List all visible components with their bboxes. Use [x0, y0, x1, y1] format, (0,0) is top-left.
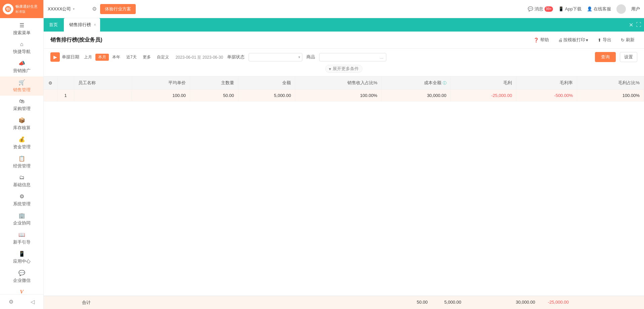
setting-button[interactable]: 设置: [620, 52, 637, 62]
col-settings[interactable]: ⚙: [44, 76, 57, 90]
tabbar-right: ✕ ⛶: [629, 22, 644, 28]
settings-bottom-icon[interactable]: ⚙: [6, 297, 16, 306]
sidebar-item-label: 企业微信: [13, 277, 31, 284]
tab-home[interactable]: 首页: [44, 18, 63, 32]
col-gross-rate: 毛利率: [516, 76, 577, 90]
tab-close-icon[interactable]: ×: [94, 22, 96, 27]
tab-sales-rank[interactable]: 销售排行榜 ×: [64, 18, 100, 32]
help-btn[interactable]: ❓ 帮助: [531, 36, 552, 44]
table-row: 1 100.00 50.00 5,000.00 100.00% 30,000.0…: [44, 90, 644, 102]
sidebar-item-sales[interactable]: 🛒 销售管理: [0, 76, 43, 96]
sales-icon: 🛒: [18, 79, 25, 86]
expand-more-conditions-btn[interactable]: ▾ 展开更多条件: [325, 65, 362, 73]
status-select-wrap: [249, 53, 302, 61]
expand-row: ▾ 展开更多条件: [50, 65, 637, 73]
refresh-icon: ↻: [621, 38, 625, 43]
sidebar-item-enterprise[interactable]: 🏢 企业协同: [0, 210, 43, 229]
appcenter-icon: 📱: [18, 251, 25, 257]
online-service-btn[interactable]: 👤 在线客服: [587, 6, 611, 12]
footer-gross-pct-cell: [606, 300, 640, 306]
sidebar-nav: ☰ 搜索菜单 ⌂ 快捷导航 📣 营销推广 🛒 销售管理 🛍 采购管理 📦 库存核…: [0, 18, 43, 294]
help-icon: ❓: [533, 38, 539, 43]
sidebar-item-system[interactable]: ⚙ 系统管理: [0, 191, 43, 210]
footer-sales-pct-cell: [465, 300, 502, 306]
app-download-btn[interactable]: 📱 App下载: [558, 6, 582, 12]
sidebar-item-label: 企业协同: [13, 220, 31, 226]
date-tab-last-month[interactable]: 上月: [81, 54, 95, 61]
table-header-row: ⚙ 员工名称 平均单价 主数量 全额 销售收入占比% 成本全额 ⓘ 毛利 毛利率…: [44, 76, 644, 90]
company-selector[interactable]: XXXXX公司 ▾: [48, 6, 88, 12]
expand-label: 展开更多条件: [333, 66, 359, 72]
export-btn[interactable]: ⬆ 导出: [595, 36, 614, 44]
sidebar-item-search[interactable]: ☰ 搜索菜单: [0, 19, 43, 39]
col-rank: [57, 76, 74, 90]
tab-window-close-icon[interactable]: ✕: [629, 22, 633, 28]
print-btn[interactable]: 🖨 按模板打印 ▾: [556, 36, 591, 44]
row-gross-cell: -25,000.00: [450, 90, 516, 102]
guide-icon: 📖: [18, 231, 25, 238]
search-menu-icon: ☰: [19, 22, 24, 29]
topbar-gear-icon[interactable]: ⚙: [92, 6, 97, 12]
tab-maximize-icon[interactable]: ⛶: [636, 22, 641, 28]
sidebar-item-appcenter[interactable]: 📱 应用中心: [0, 248, 43, 267]
sidebar-item-label: 经营管理: [13, 163, 31, 169]
sidebar-item-basicinfo[interactable]: 🗂 基础信息: [0, 172, 43, 191]
message-btn[interactable]: 💬 消息 99+: [528, 6, 553, 12]
main-content: XXXXX公司 ▾ ⚙ 体验行业方案 💬 消息 99+ 📱 App下载 👤 在线…: [44, 0, 644, 309]
date-tab-this-year[interactable]: 本年: [110, 54, 123, 61]
col-name: 员工名称: [74, 76, 132, 90]
footer-qty-cell: 50.00: [401, 300, 432, 306]
filter-row-1: ▶ 单据日期 上月 本月 本年 近7天 更多 自定义 2023-06-01 至 …: [50, 52, 637, 62]
sidebar-item-quicknav[interactable]: ⌂ 快捷导航: [0, 39, 43, 57]
sidebar-item-member[interactable]: V 畅会员: [0, 286, 43, 294]
company-dropdown-icon: ▾: [73, 7, 75, 11]
footer-empty-1: [48, 300, 61, 306]
sidebar-item-label: 搜索菜单: [13, 30, 31, 36]
sidebar-item-marketing[interactable]: 📣 营销推广: [0, 57, 43, 76]
sidebar-item-label: 快捷导航: [13, 49, 31, 55]
table-footer: 合计 50.00 5,000.00 30,000.00 -25,000.00: [44, 296, 644, 309]
row-gross-rate-cell: -500.00%: [516, 90, 577, 102]
date-range-text: 2023-06-01 至 2023-06-30: [176, 55, 223, 60]
trial-button[interactable]: 体验行业方案: [100, 4, 136, 14]
status-filter-label: 单据状态: [227, 54, 245, 60]
col-cost: 成本全额 ⓘ: [382, 76, 451, 90]
tabbar: 首页 销售排行榜 × ✕ ⛶: [44, 18, 644, 32]
status-select[interactable]: [249, 53, 302, 61]
refresh-btn[interactable]: ↻ 刷新: [618, 36, 637, 44]
sidebar-item-operations[interactable]: 📋 经营管理: [0, 153, 43, 172]
sidebar-item-label: 销售管理: [13, 87, 31, 93]
avatar[interactable]: [616, 4, 626, 14]
sidebar-item-label: 库存核算: [13, 125, 31, 131]
sidebar-logo: 畅 畅康通好生意 标准版: [0, 0, 43, 18]
logo-icon: 畅: [3, 4, 13, 14]
sidebar-item-capital[interactable]: 💰 资金管理: [0, 134, 43, 153]
footer-avg-cell: [371, 300, 401, 306]
goods-dots-icon[interactable]: ...: [380, 55, 383, 60]
sidebar-item-purchase[interactable]: 🛍 采购管理: [0, 96, 43, 114]
goods-input[interactable]: ...: [319, 53, 386, 61]
row-rank-cell: 1: [57, 90, 74, 102]
date-tab-7days[interactable]: 近7天: [124, 54, 139, 61]
collapse-sidebar-icon[interactable]: ◁: [28, 297, 37, 306]
sidebar-item-inventory[interactable]: 📦 库存核算: [0, 114, 43, 134]
page-header: 销售排行榜(按业务员) ❓ 帮助 🖨 按模板打印 ▾ ⬆ 导出 ↻ 刷新: [44, 32, 644, 49]
svg-text:畅: 畅: [6, 6, 10, 11]
query-button[interactable]: 查询: [595, 52, 616, 62]
basicinfo-icon: 🗂: [19, 174, 25, 181]
sidebar-item-wechat[interactable]: 💬 企业微信: [0, 267, 43, 286]
filter-expand-icon[interactable]: ▶: [50, 52, 60, 62]
tab-home-label: 首页: [49, 22, 58, 28]
date-tab-custom[interactable]: 自定义: [154, 54, 172, 61]
footer-cells: 合计 50.00 5,000.00 30,000.00 -25,000.00: [48, 300, 640, 306]
sidebar-item-guide[interactable]: 📖 新手引导: [0, 229, 43, 248]
date-tab-more[interactable]: 更多: [140, 54, 154, 61]
date-tab-this-month[interactable]: 本月: [95, 54, 109, 61]
date-filter-label: 单据日期: [62, 54, 79, 60]
goods-filter-label: 商品: [306, 54, 315, 60]
footer-label-cell: 合计: [78, 300, 371, 306]
purchase-icon: 🛍: [19, 98, 25, 104]
footer-gross-cell: -25,000.00: [539, 300, 573, 306]
message-badge: 99+: [545, 6, 553, 12]
capital-icon: 💰: [18, 136, 25, 143]
